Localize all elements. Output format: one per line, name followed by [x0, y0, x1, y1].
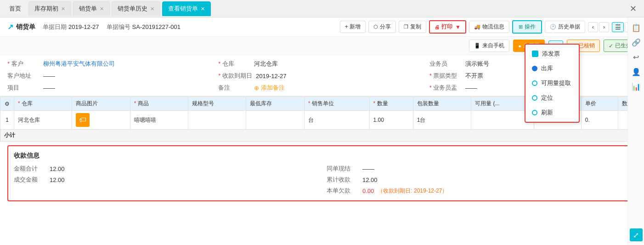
effect-icon: ✓ [609, 43, 613, 49]
locate-icon [532, 95, 537, 101]
col-spec: 规格型号 [188, 97, 246, 111]
copy-icon: ❐ [404, 24, 408, 30]
sidebar-icon-2[interactable]: ↩ [630, 51, 643, 63]
history-button[interactable]: 🕐 历史单据 [545, 21, 585, 33]
sidebar-icon-3[interactable]: 👤 [630, 65, 643, 78]
row-image: 🏷 [72, 111, 130, 130]
share-button[interactable]: ⬡ 分享 [368, 21, 396, 33]
next-arrow[interactable]: › [599, 22, 609, 32]
dropdown-menu: 添发票 出库 可用量提取 定位 刷新 [525, 44, 580, 123]
row-spec [188, 111, 246, 130]
doc-type-label: 销货单 [16, 23, 35, 31]
col-unit-price: 单价 [581, 97, 618, 111]
warehouse-label: 仓库 [218, 60, 250, 68]
ticket-value: 不开票 [465, 72, 483, 80]
share-icon: ⬡ [373, 24, 378, 30]
address-label: 客户地址 [7, 72, 40, 80]
menu-available-pickup[interactable]: 可用量提取 [525, 76, 579, 91]
tab-inventory-init[interactable]: 库存期初 ✕ [28, 1, 71, 16]
outstanding-note: （收款到期日: 2019-12-27） [378, 187, 447, 195]
close-window-button[interactable]: ✕ [626, 4, 640, 14]
copy-button[interactable]: ❐ 复制 [399, 21, 426, 33]
warehouse-value: 河北仓库 [254, 60, 278, 68]
menu-outbound[interactable]: 出库 [525, 61, 579, 76]
close-tab-sales-order[interactable]: ✕ [100, 6, 104, 12]
available-pickup-icon [532, 80, 537, 86]
operate-button[interactable]: ⊞ 操作 [512, 20, 542, 34]
staff-value: 演示账号 [465, 60, 489, 68]
new-button[interactable]: + 新增 [340, 21, 366, 33]
plus-icon: ⊕ [254, 85, 259, 91]
col-product: 商品 [130, 97, 188, 111]
same-order-row: 同单现结 —— [327, 165, 630, 173]
menu-add-invoice[interactable]: 添发票 [525, 46, 579, 61]
payment-date-label: 收款到期日 [218, 72, 252, 80]
project-label: 项目 [7, 84, 40, 92]
ticket-label: 票据类型 [429, 72, 462, 80]
refresh-icon [532, 110, 537, 115]
operate-icon: ⊞ [519, 24, 523, 30]
customer-section: 客户 柳州粤港平安气体有限公司 [7, 60, 215, 68]
logistics-button[interactable]: 🚚 物流信息 [469, 21, 509, 33]
add-note-button[interactable]: ⊕ 添加备注 [254, 84, 285, 92]
tab-bar: 首页 库存期初 ✕ 销货单 ✕ 销货单历史 ✕ 查看销货单 ✕ ✕ [0, 0, 644, 17]
subtotal-label: 小计 [0, 130, 644, 142]
staff2-label: 业务员盂 [429, 84, 462, 92]
staff2-value: —— [465, 85, 477, 91]
close-tab-view-sales[interactable]: ✕ [201, 6, 205, 12]
customer-value: 柳州粤港平安气体有限公司 [43, 60, 115, 68]
payment-info-grid: 金额合计 12.00 成交金额 12.00 同单现结 —— 累计收款 12.00 [14, 165, 630, 195]
prev-arrow[interactable]: ‹ [588, 22, 598, 32]
address-section: 客户地址 —— [7, 72, 215, 80]
note-section: 备注 ⊕ 添加备注 [218, 84, 425, 92]
logistics-icon: 🚚 [474, 24, 480, 30]
row-quantity: 1.00 [369, 111, 413, 130]
doc-title: ↗ 销货单 [7, 23, 35, 31]
history-icon: 🕐 [550, 24, 556, 30]
cumulative-row: 累计收款 12.00 [327, 176, 630, 184]
close-tab-sales-history[interactable]: ✕ [150, 6, 154, 12]
col-settings[interactable]: ⚙ [0, 97, 14, 111]
header-actions: + 新增 ⬡ 分享 ❐ 复制 🖨 打印 ▼ 🚚 物流信息 ⊞ 操作 [340, 20, 637, 34]
nav-arrows: ‹ › [588, 22, 609, 32]
tab-sales-history[interactable]: 销货单历史 ✕ [112, 1, 160, 16]
payment-date-section: 收款到期日 2019-12-27 [218, 72, 425, 80]
row-unit-price: 0. [581, 111, 618, 130]
sidebar-icon-expand[interactable]: ⤢ [630, 228, 643, 241]
from-phone-button[interactable]: 📱 来自手机 [469, 40, 509, 52]
tab-home[interactable]: 首页 [4, 2, 27, 16]
sidebar-icon-1[interactable]: 🔗 [630, 36, 643, 49]
print-button[interactable]: 🖨 打印 ▼ [429, 20, 466, 34]
document-header: ↗ 销货单 单据日期 2019-12-27 单据编号 SA-20191227-0… [0, 17, 644, 37]
outstanding-row: 本单欠款 0.00 （收款到期日: 2019-12-27） [327, 187, 630, 195]
col-image: 商品图片 [72, 97, 130, 111]
tab-view-sales[interactable]: 查看销货单 ✕ [162, 1, 211, 16]
customer-label: 客户 [7, 60, 40, 68]
menu-locate[interactable]: 定位 [525, 91, 579, 105]
payment-info-title: 收款信息 [14, 152, 630, 160]
row-pack-qty: 1台 [413, 111, 471, 130]
menu-refresh[interactable]: 刷新 [525, 105, 579, 120]
address-value: —— [43, 73, 55, 80]
right-sidebar: 📋 🔗 ↩ 👤 📊 ⤢ [627, 17, 644, 245]
staff-label: 业务员 [429, 60, 462, 68]
outbound-icon [532, 66, 537, 71]
col-warehouse: 仓库 [14, 97, 72, 111]
sidebar-icon-4[interactable]: 📊 [630, 80, 643, 93]
view-list-button[interactable]: ☰ [612, 22, 624, 32]
print-dropdown-arrow[interactable]: ▼ [455, 24, 461, 30]
ticket-icon: ● [518, 43, 521, 49]
transaction-row: 成交金额 12.00 [14, 176, 317, 184]
col-min-stock: 最低库存 [246, 97, 304, 111]
close-tab-inventory-init[interactable]: ✕ [61, 6, 65, 12]
product-image: 🏷 [76, 113, 90, 127]
doc-date: 单据日期 2019-12-27 [43, 23, 99, 31]
tab-sales-order[interactable]: 销货单 ✕ [73, 1, 110, 16]
doc-number: 单据编号 SA-20191227-001 [107, 23, 181, 31]
total-row: 金额合计 12.00 [14, 165, 317, 173]
row-min-stock [246, 111, 304, 130]
phone-icon: 📱 [474, 43, 480, 49]
doc-meta: 单据日期 2019-12-27 单据编号 SA-20191227-001 [43, 23, 181, 31]
sidebar-icon-0[interactable]: 📋 [630, 21, 643, 34]
project-section: 项目 —— [7, 84, 215, 92]
